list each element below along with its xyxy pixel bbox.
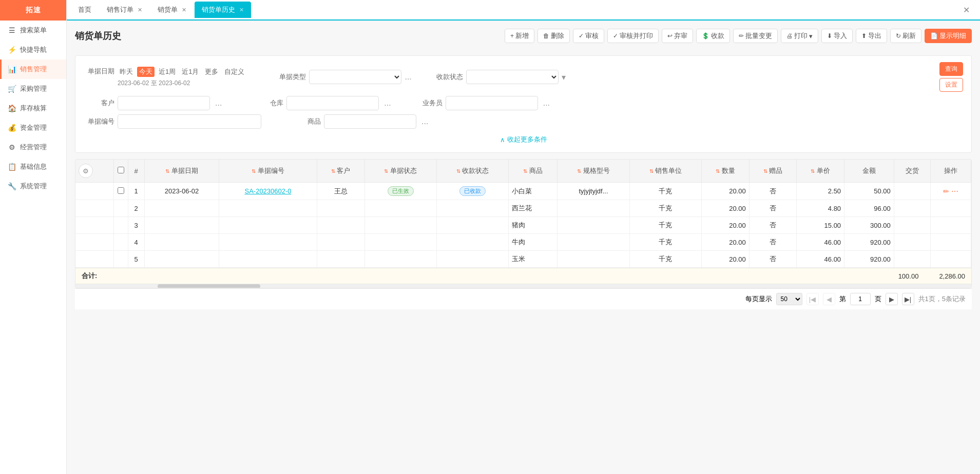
table-cell: 920.00 <box>844 251 894 268</box>
collect-status-ellipsis[interactable]: ▾ <box>560 72 568 82</box>
tab-sales-history[interactable]: 销货单历史 ✕ <box>195 2 251 18</box>
th-qty[interactable]: ⇅ 数量 <box>702 160 750 183</box>
table-cell: 否 <box>749 183 797 200</box>
filter-salesperson: 业务员 ... <box>412 96 552 110</box>
tab-sales-history-close[interactable]: ✕ <box>239 7 244 13</box>
refresh-button[interactable]: ↻ 刷新 <box>890 29 921 43</box>
first-page-btn[interactable]: |◀ <box>806 293 819 305</box>
sidebar-item-search-menu[interactable]: ☰ 搜索菜单 <box>0 21 66 40</box>
audit-print-icon: ✓ <box>613 32 618 40</box>
audit-print-button[interactable]: ✓ 审核并打印 <box>607 29 659 43</box>
doc-type-select[interactable] <box>309 70 401 84</box>
last-page-btn[interactable]: ▶| <box>902 293 914 305</box>
shortcut-today[interactable]: 今天 <box>137 67 155 77</box>
scrollbar-thumb[interactable] <box>158 284 260 288</box>
table-cell <box>219 251 317 268</box>
delete-button[interactable]: 🗑 删除 <box>537 29 570 43</box>
sidebar-item-base-info[interactable]: 📋 基础信息 <box>0 157 66 176</box>
abandon-button[interactable]: ↩ 弃审 <box>662 29 693 43</box>
inventory-calc-icon: 🏠 <box>8 104 16 112</box>
shortcut-yesterday[interactable]: 昨天 <box>118 67 135 77</box>
th-doc-status[interactable]: ⇅ 单据状态 <box>364 160 436 183</box>
dropdown-arrow-icon: ▾ <box>809 32 813 40</box>
th-spec[interactable]: ⇅ 规格型号 <box>558 160 629 183</box>
search-menu-icon: ☰ <box>8 26 16 34</box>
collect-button[interactable]: 💲 收款 <box>696 29 730 43</box>
select-all-checkbox[interactable] <box>118 167 124 173</box>
sort-icon: ⇅ <box>331 168 335 174</box>
warehouse-ellipsis[interactable]: ... <box>382 98 393 108</box>
salesperson-input[interactable] <box>446 96 538 110</box>
doc-type-ellipsis[interactable]: ... <box>402 72 413 82</box>
row-actions: ✏⋯ <box>934 187 968 195</box>
table-cell <box>317 251 364 268</box>
tab-home[interactable]: 首页 <box>71 2 99 18</box>
window-close-btn[interactable]: ✕ <box>957 5 976 15</box>
sidebar-item-sys-mgmt[interactable]: 🔧 系统管理 <box>0 176 66 196</box>
import-button[interactable]: ⬇ 导入 <box>821 29 853 43</box>
export-button[interactable]: ⬆ 导出 <box>856 29 887 43</box>
tab-sales-order-close[interactable]: ✕ <box>138 7 142 13</box>
sidebar-item-label: 销售管理 <box>20 65 47 74</box>
doc-num-link[interactable]: SA-20230602-0 <box>244 187 291 195</box>
customer-input[interactable] <box>118 96 210 110</box>
table-cell <box>436 234 508 251</box>
th-doc-num[interactable]: ⇅ 单据编号 <box>219 160 317 183</box>
edit-row-btn[interactable]: ✏ <box>943 187 949 195</box>
column-settings-btn[interactable]: ⚙ <box>79 164 93 178</box>
warehouse-input[interactable] <box>286 96 379 110</box>
filter-row-2: 客户 ... 仓库 ... 业务员 ... <box>84 96 963 110</box>
audit-button[interactable]: ✓ 审核 <box>573 29 604 43</box>
th-unit-price[interactable]: ⇅ 单价 <box>797 160 844 183</box>
sidebar-item-finance-mgmt[interactable]: 💰 资金管理 <box>0 118 66 137</box>
page-input[interactable] <box>850 293 871 305</box>
sidebar-item-quick-nav[interactable]: ⚡ 快捷导航 <box>0 40 66 60</box>
th-customer[interactable]: ⇅ 客户 <box>317 160 364 183</box>
tab-sales-goods-close[interactable]: ✕ <box>182 7 186 13</box>
table-cell: 46.00 <box>797 234 844 251</box>
batch-change-button[interactable]: ✏ 批量变更 <box>733 29 778 43</box>
more-row-btn[interactable]: ⋯ <box>951 187 958 195</box>
customer-ellipsis[interactable]: ... <box>213 98 224 108</box>
page-prefix: 第 <box>839 294 846 304</box>
row-checkbox[interactable] <box>118 187 124 194</box>
th-unit[interactable]: ⇅ 销售单位 <box>629 160 701 183</box>
collapse-more-btn[interactable]: ∧ 收起更多条件 <box>84 133 963 146</box>
th-goods[interactable]: ⇅ 商品 <box>509 160 558 183</box>
tab-sales-goods[interactable]: 销货单 ✕ <box>150 2 194 18</box>
print-button[interactable]: 🖨 打印 ▾ <box>781 29 818 43</box>
th-collect-status[interactable]: ⇅ 收款状态 <box>436 160 508 183</box>
th-gift[interactable]: ⇅ 赠品 <box>749 160 797 183</box>
shortcut-last7[interactable]: 近1周 <box>157 67 178 77</box>
sidebar-item-ops-mgmt[interactable]: ⚙ 经营管理 <box>0 137 66 157</box>
sidebar-item-purchase-mgmt[interactable]: 🛒 采购管理 <box>0 79 66 98</box>
new-button[interactable]: + 新增 <box>505 29 534 43</box>
horizontal-scrollbar[interactable] <box>75 284 971 288</box>
shortcut-more[interactable]: 更多 <box>203 67 220 77</box>
shortcut-custom[interactable]: 自定义 <box>222 67 246 77</box>
goods-ellipsis[interactable]: ... <box>419 117 430 126</box>
per-page-select[interactable]: 50 10 20 100 <box>776 293 802 305</box>
table-cell <box>894 234 930 251</box>
prev-page-btn[interactable]: ◀ <box>823 293 835 305</box>
base-info-icon: 📋 <box>8 163 16 171</box>
next-page-btn[interactable]: ▶ <box>886 293 898 305</box>
shortcut-last30[interactable]: 近1月 <box>180 67 201 77</box>
salesperson-ellipsis[interactable]: ... <box>541 98 552 108</box>
sidebar-item-inventory-calc[interactable]: 🏠 库存核算 <box>0 98 66 118</box>
th-doc-date[interactable]: ⇅ 单据日期 <box>144 160 219 183</box>
table-cell: 1 <box>128 183 144 200</box>
setup-button[interactable]: 设置 <box>939 78 963 92</box>
doc-num-input[interactable] <box>118 114 261 129</box>
sidebar-item-sales-mgmt[interactable]: 📊 销售管理 <box>0 60 66 79</box>
tab-sales-order[interactable]: 销售订单 ✕ <box>100 2 149 18</box>
show-detail-button[interactable]: 📄 显示明细 <box>925 29 972 43</box>
table-cell: 3 <box>128 217 144 234</box>
quick-nav-icon: ⚡ <box>8 46 16 54</box>
sidebar-item-label: 快捷导航 <box>20 45 47 54</box>
collect-status-select[interactable] <box>466 70 559 84</box>
query-button[interactable]: 查询 <box>939 62 963 76</box>
table-cell <box>113 200 128 217</box>
goods-input[interactable] <box>324 114 416 129</box>
th-settings[interactable]: ⚙ <box>75 160 113 183</box>
